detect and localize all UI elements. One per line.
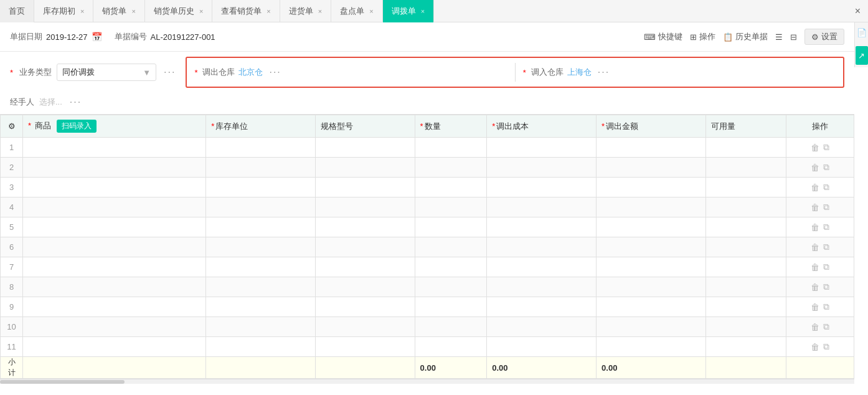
handler-more-button[interactable]: ···: [67, 97, 84, 108]
amount-cell[interactable]: [597, 317, 706, 337]
quantity-cell[interactable]: [415, 277, 487, 297]
copy-icon[interactable]: ⧉: [823, 162, 829, 173]
business-type-more-button[interactable]: ···: [161, 67, 178, 78]
delete-icon[interactable]: 🗑: [811, 202, 819, 212]
unit-cell[interactable]: [206, 337, 316, 357]
product-cell[interactable]: [23, 297, 206, 317]
close-icon[interactable]: ×: [421, 7, 425, 15]
delete-icon[interactable]: 🗑: [811, 342, 819, 352]
cost-cell[interactable]: [487, 337, 597, 357]
delete-icon[interactable]: 🗑: [811, 143, 819, 153]
copy-icon[interactable]: ⧉: [823, 182, 829, 193]
product-cell[interactable]: [23, 178, 206, 198]
horizontal-scrollbar[interactable]: [0, 379, 854, 384]
copy-icon[interactable]: ⧉: [823, 262, 829, 272]
spec-cell[interactable]: [316, 317, 415, 337]
unit-cell[interactable]: [206, 257, 316, 277]
delete-icon[interactable]: 🗑: [811, 322, 819, 332]
tab-transfer[interactable]: 调拨单 ×: [383, 0, 434, 22]
amount-cell[interactable]: [597, 277, 706, 297]
product-cell[interactable]: [23, 277, 206, 297]
spec-cell[interactable]: [316, 337, 415, 357]
operation-button[interactable]: ⊞ 操作: [690, 31, 715, 42]
copy-icon[interactable]: ⧉: [823, 282, 829, 292]
close-icon[interactable]: ×: [318, 7, 322, 15]
quantity-cell[interactable]: [415, 198, 487, 217]
amount-cell[interactable]: [597, 237, 706, 257]
cost-cell[interactable]: [487, 198, 597, 217]
unit-cell[interactable]: [206, 178, 316, 198]
cost-cell[interactable]: [487, 178, 597, 198]
product-cell[interactable]: [23, 198, 206, 217]
quantity-cell[interactable]: [415, 237, 487, 257]
product-cell[interactable]: [23, 337, 206, 357]
close-icon[interactable]: ×: [369, 7, 373, 15]
copy-icon[interactable]: ⧉: [823, 302, 829, 312]
unit-cell[interactable]: [206, 277, 316, 297]
unit-cell[interactable]: [206, 237, 316, 257]
calendar-icon[interactable]: 📅: [92, 32, 102, 42]
delete-icon[interactable]: 🗑: [811, 222, 819, 232]
unit-cell[interactable]: [206, 217, 316, 237]
cost-cell[interactable]: [487, 158, 597, 178]
amount-cell[interactable]: [597, 257, 706, 277]
spec-cell[interactable]: [316, 237, 415, 257]
amount-cell[interactable]: [597, 198, 706, 217]
product-cell[interactable]: [23, 138, 206, 158]
cost-cell[interactable]: [487, 277, 597, 297]
quantity-cell[interactable]: [415, 178, 487, 198]
unit-cell[interactable]: [206, 138, 316, 158]
close-icon[interactable]: ×: [199, 7, 203, 15]
quantity-cell[interactable]: [415, 217, 487, 237]
tab-home[interactable]: 首页: [0, 0, 34, 22]
quantity-cell[interactable]: [415, 257, 487, 277]
close-icon[interactable]: ×: [267, 7, 270, 15]
out-warehouse-more-button[interactable]: ···: [267, 67, 283, 78]
product-cell[interactable]: [23, 217, 206, 237]
quantity-cell[interactable]: [415, 337, 487, 357]
quantity-cell[interactable]: [415, 158, 487, 178]
amount-cell[interactable]: [597, 138, 706, 158]
tab-purchase[interactable]: 进货单 ×: [280, 0, 331, 22]
copy-icon[interactable]: ⧉: [823, 222, 829, 232]
unit-cell[interactable]: [206, 297, 316, 317]
amount-cell[interactable]: [597, 337, 706, 357]
close-icon[interactable]: ×: [80, 7, 84, 15]
unit-cell[interactable]: [206, 158, 316, 178]
setting-button[interactable]: ⚙ 设置: [804, 29, 844, 45]
delete-icon[interactable]: 🗑: [811, 262, 819, 272]
layout-icon-2[interactable]: ⊟: [790, 32, 797, 42]
sidebar-document-icon[interactable]: 📄: [856, 25, 868, 40]
copy-icon[interactable]: ⧉: [823, 341, 829, 352]
amount-cell[interactable]: [597, 178, 706, 198]
spec-cell[interactable]: [316, 178, 415, 198]
amount-cell[interactable]: [597, 217, 706, 237]
spec-cell[interactable]: [316, 297, 415, 317]
tab-inventory-check[interactable]: 盘点单 ×: [331, 0, 382, 22]
cost-cell[interactable]: [487, 297, 597, 317]
history-button[interactable]: 📋 历史单据: [723, 31, 768, 42]
handler-select[interactable]: 选择...: [39, 97, 62, 108]
spec-cell[interactable]: [316, 198, 415, 217]
quantity-cell[interactable]: [415, 138, 487, 158]
delete-icon[interactable]: 🗑: [811, 302, 819, 312]
delete-icon[interactable]: 🗑: [811, 282, 819, 292]
tab-inventory-init[interactable]: 库存期初 ×: [34, 0, 93, 22]
cost-cell[interactable]: [487, 217, 597, 237]
in-warehouse-more-button[interactable]: ···: [595, 67, 612, 78]
layout-icon-1[interactable]: ☰: [775, 32, 783, 42]
product-cell[interactable]: [23, 158, 206, 178]
unit-cell[interactable]: [206, 317, 316, 337]
amount-cell[interactable]: [597, 297, 706, 317]
window-close-button[interactable]: ×: [847, 0, 868, 22]
business-type-select[interactable]: 同价调拨 ▼: [57, 64, 156, 81]
copy-icon[interactable]: ⧉: [823, 202, 829, 212]
spec-cell[interactable]: [316, 217, 415, 237]
scan-button[interactable]: 扫码录入: [57, 120, 97, 133]
product-cell[interactable]: [23, 237, 206, 257]
amount-cell[interactable]: [597, 158, 706, 178]
spec-cell[interactable]: [316, 257, 415, 277]
delete-icon[interactable]: 🗑: [811, 163, 819, 173]
tab-view-sales[interactable]: 查看销货单 ×: [212, 0, 280, 22]
shortcut-button[interactable]: ⌨ 快捷键: [644, 31, 682, 42]
